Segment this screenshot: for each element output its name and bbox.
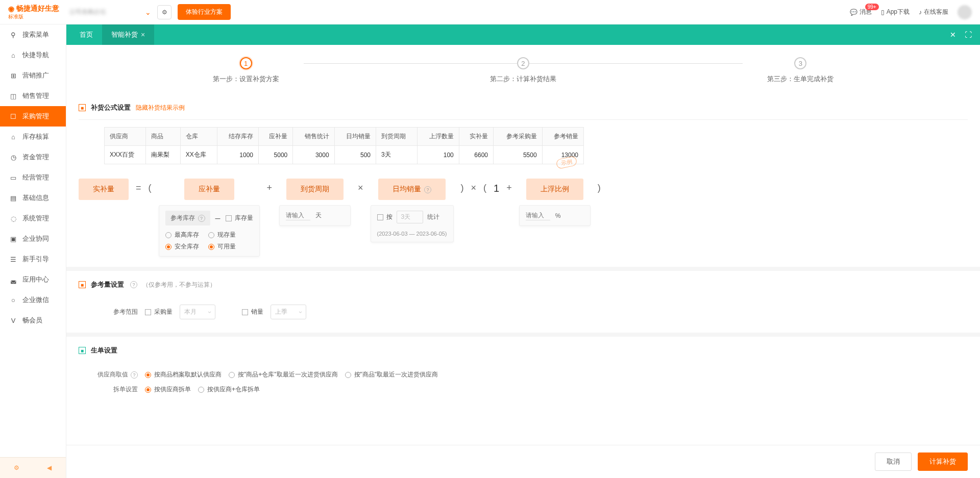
purchase-checkbox[interactable]: 采购量 [145,308,173,316]
close-icon: ✕ [950,31,956,39]
content: 1第一步：设置补货方案 2第二步：计算补货结果 3第三步：生单完成补货 ■ 补货… [66,45,980,445]
section-order: ■ 生单设置 供应商取值 ? 按商品档案取默认供应商 按"商品+仓库"取最近一次… [66,333,980,407]
period-input[interactable] [286,211,310,220]
help-icon[interactable]: ? [130,281,137,288]
sidebar-item-nav[interactable]: ⌂快捷导航 [0,45,66,65]
section-formula: ■ 补货公式设置 隐藏补货结果示例 供应商商品仓库 结存库存应补量销售统计 日均… [66,94,980,267]
cancel-button[interactable]: 取消 [875,452,912,471]
chevron-down-icon: ⌄ [145,8,151,16]
help-icon[interactable]: ? [131,371,138,379]
tab-home[interactable]: 首页 [70,24,102,45]
sidebar-item-apps[interactable]: ◛应用中心 [0,269,66,290]
date-range: (2023-06-03 — 2023-06-05) [377,231,447,237]
radio-maxstock[interactable]: 最高库存 [165,231,199,239]
sidebar-item-inventory[interactable]: ⌂库存核算 [0,127,66,147]
op-plus2: + [506,178,512,193]
system-icon: ◌ [9,214,17,222]
user-avatar[interactable] [958,5,972,19]
search-icon: ⚲ [9,31,17,39]
sidebar-settings-button[interactable]: ⚙ [0,458,33,478]
sidebar-item-sales[interactable]: ◫销售管理 [0,86,66,106]
radio-icon [229,372,235,378]
calculate-button[interactable]: 计算补货 [918,452,968,471]
tab-close-icon[interactable]: × [141,31,145,39]
radio-icon [165,244,172,250]
op-one: 1 [494,178,499,194]
sidebar-item-base[interactable]: ▤基础信息 [0,188,66,208]
sales-period-select[interactable]: 上季 [271,305,306,319]
app-download-link[interactable]: ▯ App下载 [881,8,910,16]
settings-button[interactable]: ⚙ [157,5,172,19]
wechat-icon: ○ [9,296,17,304]
radio-icon [198,387,204,393]
radio-safestock[interactable]: 安全库存 [165,242,199,251]
sales-checkbox[interactable]: 销量 [242,308,263,316]
example-table: 供应商商品仓库 结存库存应补量销售统计 日均销量到货周期上浮数量 实补量参考采购… [104,127,584,164]
section-title: 参考量设置 [91,280,124,289]
company-selector[interactable]: 公司名称占位 ⌄ [69,8,151,16]
radio-curstock[interactable]: 现存量 [208,231,236,239]
formula-period-col: 到货周期 天 [279,178,351,226]
op-plus: + [267,178,273,193]
collapse-icon: ◀ [47,464,52,471]
messages-link[interactable]: 💬 消息 99+ [850,8,872,16]
stock-checkbox[interactable]: 库存量 [226,214,253,222]
section-icon: ■ [79,281,86,288]
service-link[interactable]: ♪ 在线客服 [919,8,948,16]
split-label: 拆单设置 [97,385,138,394]
supplier-source-row: 供应商取值 ? 按商品档案取默认供应商 按"商品+仓库"取最近一次进货供应商 按… [97,367,968,382]
section-note: （仅参考用，不参与运算） [142,281,216,289]
section-title: 补货公式设置 [91,103,131,112]
radio-icon [145,387,151,393]
formula-float: 上浮比例 [526,179,583,200]
formula-actual: 实补量 [79,179,129,200]
daily-panel: 按 3天 统计 (2023-06-03 — 2023-06-05) [371,205,454,242]
float-input[interactable] [526,211,550,220]
scheme-button[interactable]: 体验行业方案 [178,4,231,20]
toggle-example-link[interactable]: 隐藏补货结果示例 [136,104,185,112]
op-lparen: ( [149,178,152,193]
sidebar-item-guide[interactable]: ☰新手引导 [0,249,66,269]
cart-icon: ☐ [9,112,17,120]
op-lparen2: ( [483,178,486,193]
tab-smart-restock[interactable]: 智能补货 × [102,24,154,45]
sidebar-item-purchase[interactable]: ☐采购管理 [0,106,66,127]
coin-icon: ◷ [9,153,17,161]
tab-close-all-button[interactable]: ✕ [945,27,961,42]
table-header-row: 供应商商品仓库 结存库存应补量销售统计 日均销量到货周期上浮数量 实补量参考采购… [105,128,584,146]
sidebar-item-member[interactable]: V畅会员 [0,310,66,331]
daily-by-checkbox[interactable]: 按 [377,213,393,221]
sidebar-item-search[interactable]: ⚲搜索菜单 [0,24,66,45]
supplier-opt-2[interactable]: 按"商品+仓库"取最近一次进货供应商 [229,370,338,379]
help-icon[interactable]: ? [424,186,431,193]
ref-stock-chip[interactable]: 参考库存? [165,211,210,225]
purchase-period-select[interactable]: 本月 [180,305,215,319]
sidebar-item-wechat[interactable]: ○企业微信 [0,290,66,310]
op-rparen2: ) [598,178,601,193]
sidebar-item-ops[interactable]: ▭经营管理 [0,167,66,188]
sidebar-item-collab[interactable]: ▣企业协同 [0,229,66,249]
collab-icon: ▣ [9,235,17,243]
sidebar-collapse-button[interactable]: ◀ [33,458,66,478]
formula-period: 到货周期 [286,179,344,200]
split-opt-1[interactable]: 按供应商拆单 [145,385,191,394]
step-3: 3第三步：生单完成补货 [767,57,834,84]
top-bar: ◉畅捷通好生意 标准版 公司名称占位 ⌄ ⚙ 体验行业方案 💬 消息 99+ ▯… [0,0,980,24]
avatar-icon [958,5,972,19]
radio-usable[interactable]: 可用量 [208,242,236,251]
sales-icon: ◫ [9,92,17,100]
supplier-opt-1[interactable]: 按商品档案取默认供应商 [145,370,222,379]
section-icon: ■ [79,347,86,354]
sidebar-item-finance[interactable]: ◷资金管理 [0,147,66,167]
split-opt-2[interactable]: 按供应商+仓库拆单 [198,385,260,394]
checkbox-icon [377,214,383,220]
formula-daily-col: 日均销量 ? 按 3天 统计 (2023-06-03 — 2023-06-05) [371,178,454,242]
sidebar-item-system[interactable]: ◌系统管理 [0,208,66,229]
supplier-opt-3[interactable]: 按"商品"取最近一次进货供应商 [345,370,438,379]
tab-fullscreen-button[interactable]: ⛶ [961,27,976,42]
help-icon[interactable]: ? [198,215,205,222]
section-title: 生单设置 [91,346,117,355]
days-select[interactable]: 3天 [397,211,424,223]
sidebar-item-marketing[interactable]: ⊞营销推广 [0,65,66,86]
float-unit: % [555,212,561,219]
